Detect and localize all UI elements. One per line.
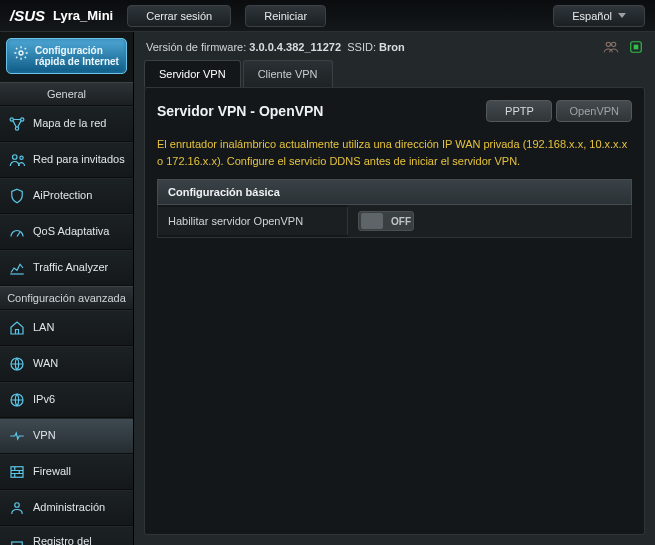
sidebar-item-label: AiProtection: [33, 189, 92, 202]
sidebar-item-label: IPv6: [33, 393, 55, 406]
sidebar-item-label: QoS Adaptativa: [33, 225, 109, 238]
sidebar: Configuración rápida de Internet General…: [0, 32, 134, 545]
sidebar-item-red-para-invitados[interactable]: Red para invitados: [0, 142, 133, 178]
status-icon[interactable]: [629, 40, 643, 54]
tab-cliente-vpn[interactable]: Cliente VPN: [243, 60, 333, 87]
admin-icon: [8, 499, 26, 517]
svg-rect-8: [11, 467, 23, 478]
sidebar-item-label: Administración: [33, 501, 105, 514]
svg-point-3: [15, 127, 18, 130]
sidebar-item-registro-del-sistema[interactable]: Registro del sistema: [0, 526, 133, 545]
globe-icon: [8, 355, 26, 373]
ssid-value: Bron: [379, 41, 405, 53]
logout-button[interactable]: Cerrar sesión: [127, 5, 231, 27]
network-icon: [8, 115, 26, 133]
qis-label: Configuración rápida de Internet: [35, 45, 119, 67]
log-icon: [8, 539, 26, 545]
warning-notice: El enrutador inalámbrico actualmente uti…: [157, 132, 632, 179]
sidebar-item-administraci-n[interactable]: Administración: [0, 490, 133, 526]
model-name: Lyra_Mini: [53, 8, 113, 23]
home-icon: [8, 319, 26, 337]
reboot-label: Reiniciar: [264, 10, 307, 22]
sidebar-item-label: LAN: [33, 321, 54, 334]
openvpn-toggle[interactable]: OFF: [358, 211, 414, 231]
svg-point-0: [19, 51, 23, 55]
svg-point-9: [15, 503, 20, 508]
gear-icon: [13, 45, 29, 61]
sidebar-item-label: Red para invitados: [33, 153, 125, 166]
svg-point-11: [606, 42, 610, 46]
svg-point-5: [20, 156, 23, 159]
svg-point-4: [13, 155, 18, 160]
ssid-label: SSID:: [347, 41, 376, 53]
sidebar-item-wan[interactable]: WAN: [0, 346, 133, 382]
reboot-button[interactable]: Reiniciar: [245, 5, 326, 27]
main-panel: Servidor VPN - OpenVPN PPTPOpenVPN El en…: [144, 87, 645, 535]
gauge-icon: [8, 223, 26, 241]
sidebar-item-firewall[interactable]: Firewall: [0, 454, 133, 490]
language-dropdown[interactable]: Español: [553, 5, 645, 27]
firmware-version[interactable]: 3.0.0.4.382_11272: [249, 41, 341, 53]
panel-title: Servidor VPN - OpenVPN: [157, 103, 323, 119]
toggle-state: OFF: [391, 216, 411, 227]
sidebar-item-label: Firewall: [33, 465, 71, 478]
shield-icon: [8, 187, 26, 205]
brand-logo: /SUS: [10, 7, 45, 24]
users-icon[interactable]: [603, 40, 619, 54]
sidebar-item-lan[interactable]: LAN: [0, 310, 133, 346]
logout-label: Cerrar sesión: [146, 10, 212, 22]
sidebar-item-vpn[interactable]: VPN: [0, 418, 133, 454]
sidebar-item-aiprotection[interactable]: AiProtection: [0, 178, 133, 214]
toggle-knob: [361, 213, 383, 229]
mode-button-openvpn[interactable]: OpenVPN: [556, 100, 632, 122]
setting-row: Habilitar servidor OpenVPN OFF: [157, 205, 632, 238]
firmware-label: Versión de firmware:: [146, 41, 246, 53]
sidebar-item-traffic-analyzer[interactable]: Traffic Analyzer: [0, 250, 133, 286]
top-bar: /SUS Lyra_Mini Cerrar sesión Reiniciar E…: [0, 0, 655, 32]
sidebar-item-qos-adaptativa[interactable]: QoS Adaptativa: [0, 214, 133, 250]
content-area: Versión de firmware: 3.0.0.4.382_11272 S…: [134, 32, 655, 545]
tab-servidor-vpn[interactable]: Servidor VPN: [144, 60, 241, 87]
sidebar-item-label: Traffic Analyzer: [33, 261, 108, 274]
section-header-advanced: Configuración avanzada: [0, 286, 133, 310]
svg-rect-14: [634, 45, 639, 50]
sidebar-item-ipv6[interactable]: IPv6: [0, 382, 133, 418]
sidebar-item-mapa-de-la-red[interactable]: Mapa de la red: [0, 106, 133, 142]
wall-icon: [8, 463, 26, 481]
setting-label: Habilitar servidor OpenVPN: [158, 207, 348, 235]
traffic-icon: [8, 259, 26, 277]
sidebar-item-label: Mapa de la red: [33, 117, 106, 130]
group-header-basic: Configuración básica: [157, 179, 632, 205]
firmware-bar: Versión de firmware: 3.0.0.4.382_11272 S…: [134, 32, 655, 60]
mode-button-pptp[interactable]: PPTP: [486, 100, 552, 122]
section-header-general: General: [0, 82, 133, 106]
vpn-icon: [8, 427, 26, 445]
tab-bar: Servidor VPNCliente VPN: [134, 60, 655, 87]
sidebar-item-label: VPN: [33, 429, 56, 442]
language-label: Español: [572, 10, 612, 22]
chevron-down-icon: [618, 13, 626, 18]
mode-buttons: PPTPOpenVPN: [486, 100, 632, 122]
guest-icon: [8, 151, 26, 169]
quick-internet-setup-button[interactable]: Configuración rápida de Internet: [6, 38, 127, 74]
globe-icon: [8, 391, 26, 409]
sidebar-item-label: WAN: [33, 357, 58, 370]
svg-point-12: [612, 42, 616, 46]
sidebar-item-label: Registro del sistema: [33, 535, 127, 545]
